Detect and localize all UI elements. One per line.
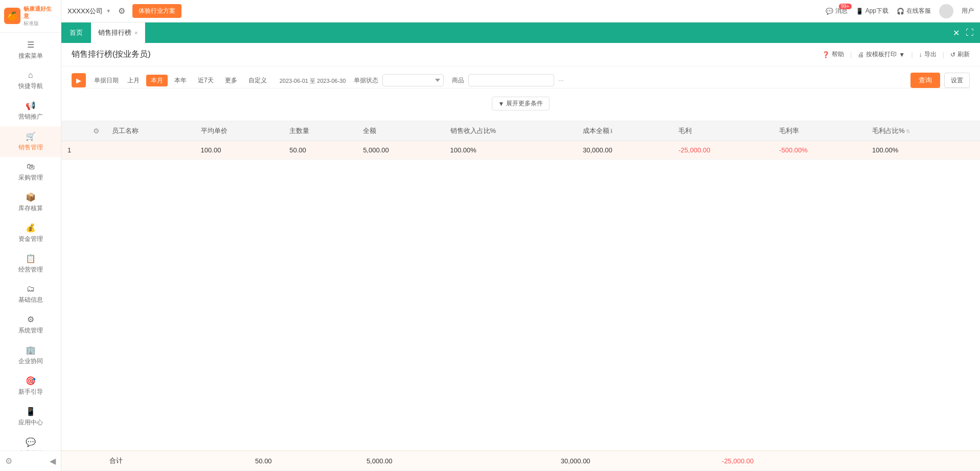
th-qty: 主数量 [283,121,357,141]
date-btn-more[interactable]: 更多 [220,75,242,86]
page-title: 销售排行榜(按业务员) [72,49,151,60]
date-btn-this-year[interactable]: 本年 [170,75,191,86]
sidebar-item-sales-mgmt[interactable]: 🛒 销售管理 [0,126,61,157]
date-btn-7days[interactable]: 近7天 [193,75,218,86]
main-area: XXXXX公司 ▼ ⚙ 体验行业方案 💬 消息 99+ 📱 App下载 🎧 在线… [61,0,980,471]
online-service-btn[interactable]: 🎧 在线客服 [897,7,931,15]
purchase-icon: 🛍 [27,162,35,171]
th-profit: 毛利 [672,121,773,141]
goods-more-icon[interactable]: ··· [558,77,563,84]
tab-close-icon[interactable]: × [134,30,138,36]
query-button[interactable]: 查询 [910,73,940,88]
message-badge: 99+ [839,4,852,9]
sidebar-nav: ☰ 搜索菜单 ⌂ 快捷导航 📢 营销推广 🛒 销售管理 🛍 采购管理 📦 库存核… [0,33,61,451]
expand-row: ▼ 展开更多条件 [72,88,970,115]
date-btns: 上月 本月 本年 近7天 更多 自定义 [123,75,271,86]
sidebar-item-marketing[interactable]: 📢 营销推广 [0,96,61,126]
app-name: 畅康通好生意 [24,5,57,20]
sys-icon: ⚙ [27,315,34,324]
headset-icon: 🎧 [897,8,904,15]
tab-close-window-icon[interactable]: ✕ [953,28,960,38]
sidebar-item-label: 搜索菜单 [18,52,43,60]
sidebar-item-label: 基础信息 [18,296,43,304]
app-version: 标准版 [24,20,57,27]
trial-button[interactable]: 体验行业方案 [132,4,181,18]
tab-expand-icon[interactable]: ⛶ [966,28,974,37]
table-area: ⚙ 员工名称 平均单价 主数量 全额 [61,121,980,451]
home-icon: ⌂ [28,71,33,80]
sidebar-item-label: 库存核算 [18,204,43,213]
sidebar-item-label: 快捷导航 [18,82,43,91]
sidebar-item-basic-info[interactable]: 🗂 基础信息 [0,279,61,309]
sidebar-logo: 🍊 畅康通好生意 标准版 [0,0,61,33]
help-btn[interactable]: ❓ 帮助 [822,50,844,59]
goods-input[interactable] [468,74,554,86]
sidebar-footer: ⚙ ◀ [0,451,61,471]
sidebar-item-quick-nav[interactable]: ⌂ 快捷导航 [0,65,61,96]
cell-rank: 1 [61,141,87,160]
cell-avg-price: 100.00 [195,141,284,160]
cost-info-icon[interactable]: ℹ [610,128,612,134]
sidebar-item-search-order[interactable]: ☰ 搜索菜单 [0,35,61,65]
date-btn-custom[interactable]: 自定义 [244,75,271,86]
sidebar-item-sys-mgmt[interactable]: ⚙ 系统管理 [0,309,61,340]
date-btn-prev-month[interactable]: 上月 [123,75,144,86]
refresh-btn[interactable]: ↺ 刷新 [950,50,970,59]
topbar-gear-icon[interactable]: ⚙ [118,6,125,16]
th-sales-pct: 销售收入占比% [444,121,577,141]
th-cost: 成本全额 ℹ [577,121,672,141]
filter-toggle-btn[interactable]: ▶ [72,73,86,87]
sidebar-item-label: 采购管理 [18,173,43,182]
chevron-down-icon: ▼ [498,100,505,107]
expand-btn[interactable]: ▼ 展开更多条件 [492,97,550,110]
company-name: XXXXX公司 [67,7,103,16]
filter-row: ▶ 单据日期 上月 本月 本年 近7天 更多 自定义 2023-06-01 至 … [72,73,970,88]
status-select[interactable] [382,74,444,86]
filter-right-btns: 查询 设置 [910,73,970,88]
cell-settings [87,141,106,160]
summary-cost: 30,000.00 [555,451,716,471]
filter-area: ▶ 单据日期 上月 本月 本年 近7天 更多 自定义 2023-06-01 至 … [61,66,980,121]
content-area: 销售排行榜(按业务员) ❓ 帮助 | 🖨 按模板打印 ▼ | ↓ 导出 | [61,43,980,471]
export-btn[interactable]: ↓ 导出 [919,50,937,59]
column-settings-icon[interactable]: ⚙ [93,127,100,135]
tab-sales-rank[interactable]: 销售排行榜 × [91,23,145,43]
basic-info-icon: 🗂 [27,284,35,294]
settings-footer-icon[interactable]: ⚙ [5,456,12,466]
cell-amount: 5,000.00 [357,141,444,160]
avatar[interactable] [939,4,953,18]
sidebar-item-wx-biz[interactable]: 💬 企业微信 [0,432,61,451]
date-range-display: 2023-06-01 至 2023-06-30 [280,76,346,85]
cell-name [106,141,195,160]
sidebar-item-purchase-mgmt[interactable]: 🛍 采购管理 [0,157,61,187]
cell-profit-pct: 100.00% [866,141,980,160]
sidebar-item-inventory[interactable]: 📦 库存核算 [0,187,61,218]
th-profit-pct: 毛利占比% ⇅ [866,121,980,141]
company-selector[interactable]: XXXXX公司 ▼ [67,7,111,16]
sidebar-item-label: 销售管理 [18,143,43,152]
date-btn-this-month[interactable]: 本月 [146,75,168,86]
sidebar-item-guide[interactable]: 🎯 新手引导 [0,371,61,401]
message-btn[interactable]: 💬 消息 99+ [826,7,848,15]
th-amount: 全额 [357,121,444,141]
collapse-icon[interactable]: ◀ [50,456,56,466]
sidebar-item-label: 资金管理 [18,235,43,243]
sidebar-item-app-center[interactable]: 📱 应用中心 [0,401,61,432]
filter-goods-group: 商品 ··· [452,74,563,86]
sidebar-item-label: 经营管理 [18,265,43,274]
sidebar-item-enterprise[interactable]: 🏢 企业协同 [0,340,61,371]
set-button[interactable]: 设置 [944,73,970,88]
online-service-label: 在线客服 [906,7,931,15]
topbar: XXXXX公司 ▼ ⚙ 体验行业方案 💬 消息 99+ 📱 App下载 🎧 在线… [61,0,980,23]
sidebar-item-label: 新手引导 [18,388,43,396]
sidebar-item-ops[interactable]: 📋 经营管理 [0,249,61,279]
sidebar-item-funds[interactable]: 💰 资金管理 [0,218,61,249]
enterprise-icon: 🏢 [26,345,36,355]
print-btn[interactable]: 🖨 按模板打印 ▼ [858,50,905,59]
tab-home[interactable]: 首页 [61,23,91,43]
summary-amount: 5,000.00 [360,451,507,471]
app-download-btn[interactable]: 📱 App下载 [856,7,888,15]
summary-profit: -25,000.00 [716,451,885,471]
profit-pct-sort-icon[interactable]: ⇅ [906,128,910,134]
data-table: ⚙ 员工名称 平均单价 主数量 全额 [61,121,980,160]
